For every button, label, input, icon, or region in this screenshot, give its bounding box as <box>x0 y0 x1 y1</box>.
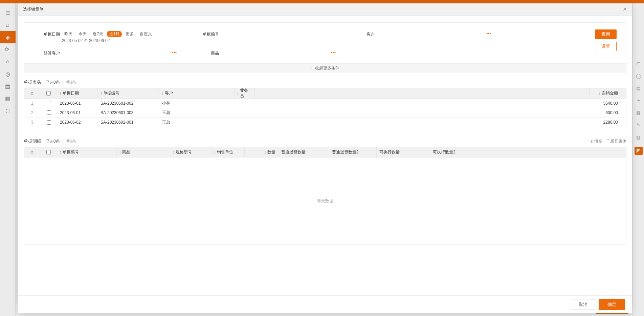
table-row[interactable]: 22023-06-01SA-20230601-003王总600.00 <box>24 108 626 118</box>
details-section-title: 单据明细 已选0条 | 共0条 ◫清空 ˅展开表体 <box>18 135 632 147</box>
date-pill-1[interactable]: 今天 <box>76 31 89 37</box>
dcol-execqty2[interactable]: 可执行数量2 <box>430 149 626 155</box>
row-index: 2 <box>24 110 40 115</box>
customer-lookup-icon[interactable]: ••• <box>486 31 492 36</box>
row-amount: 3640.00 <box>590 101 621 106</box>
filter-panel: 单据日期 昨天今天近7天近1月更多自定义 2023-05-02 至 2023-0… <box>24 22 626 73</box>
modal-footer: 取消 确定 <box>18 295 632 313</box>
row-checkbox[interactable] <box>47 120 51 125</box>
table-row[interactable]: 32023-06-02SA-20230602-001王总2286.00 <box>24 118 626 127</box>
row-num: SA-20230601-003 <box>98 110 159 115</box>
details-table: ⚙ ▴▾单据编号 ▴▾商品 ▴▾规格型号 ▴▾销售单位 ▴▾数量 普通退货数量 … <box>24 147 626 245</box>
expand-body-button[interactable]: ˅展开表体 <box>607 139 626 144</box>
date-label: 单据日期 <box>36 31 60 37</box>
row-amount: 2286.00 <box>590 120 621 125</box>
row-num: SA-20230601-002 <box>98 101 159 106</box>
row-amount: 600.00 <box>590 110 621 115</box>
date-pill-4[interactable]: 更多 <box>123 31 136 37</box>
settle-customer-label: 结算客户 <box>36 50 60 56</box>
chevron-down-icon: ˅ <box>607 139 609 144</box>
headers-table: ⚙ ▴▾单据日期 ▴▾单据编号 ▴▾客户 ▴▾业务员 ▴▾实销金额 12023-… <box>24 88 626 127</box>
date-pill-0[interactable]: 昨天 <box>62 31 75 37</box>
customer-input[interactable] <box>377 31 492 38</box>
select-all-details[interactable] <box>46 150 51 154</box>
dcol-returnqty[interactable]: 普通退货数量 <box>279 147 329 157</box>
headers-table-head: ⚙ ▴▾单据日期 ▴▾单据编号 ▴▾客户 ▴▾业务员 ▴▾实销金额 <box>24 88 626 99</box>
col-customer[interactable]: ▴▾客户 <box>159 88 235 98</box>
date-pill-5[interactable]: 自定义 <box>137 31 154 37</box>
query-button[interactable]: 查询 <box>595 29 617 39</box>
settings-button[interactable]: 设置 <box>595 42 617 51</box>
dcol-spec[interactable]: ▴▾规格型号 <box>170 147 212 157</box>
close-icon[interactable]: ✕ <box>623 6 627 13</box>
modal-header: 选择销货单 ✕ <box>18 3 632 16</box>
gear-icon[interactable]: ⚙ <box>24 88 40 98</box>
details-table-head: ⚙ ▴▾单据编号 ▴▾商品 ▴▾规格型号 ▴▾销售单位 ▴▾数量 普通退货数量 … <box>24 147 626 157</box>
col-salesperson[interactable]: ▴▾业务员 <box>235 88 255 98</box>
headers-section-title: 单据表头 已选0条 | 共3条 <box>18 77 632 88</box>
table-row[interactable]: 12023-06-01SA-20230601-002小林3640.00 <box>24 99 626 108</box>
settle-customer-input[interactable] <box>62 50 177 57</box>
dcol-returnqty2[interactable]: 普通退货数量2 <box>329 147 377 157</box>
col-num[interactable]: ▴▾单据编号 <box>98 88 159 98</box>
row-date: 2023-06-01 <box>57 110 98 115</box>
clear-button[interactable]: ◫清空 <box>590 139 602 144</box>
dcol-execqty[interactable]: 可执行数量 <box>377 147 430 157</box>
row-date: 2023-06-02 <box>57 120 98 125</box>
modal-body: 单据日期 昨天今天近7天近1月更多自定义 2023-05-02 至 2023-0… <box>18 16 632 295</box>
date-pill-2[interactable]: 近7天 <box>90 31 106 37</box>
chevron-up-icon: ˄ <box>311 66 312 70</box>
row-date: 2023-06-01 <box>57 101 98 106</box>
row-customer: 王总 <box>159 110 235 115</box>
docnum-input[interactable] <box>221 31 336 38</box>
customer-label: 客户 <box>351 31 375 37</box>
details-gear-icon[interactable]: ⚙ <box>24 147 40 157</box>
docnum-label: 单据编号 <box>195 31 219 37</box>
col-date[interactable]: ▴▾单据日期 <box>57 88 98 98</box>
cancel-button[interactable]: 取消 <box>571 299 595 310</box>
select-sales-order-modal: 选择销货单 ✕ 单据日期 昨天今天近7天近1月更多自定义 2023-05-02 … <box>18 3 632 313</box>
row-customer: 小林 <box>159 100 235 106</box>
select-all-headers[interactable] <box>46 91 51 96</box>
product-label: 商品 <box>195 50 219 56</box>
details-empty: 暂无数据 <box>24 157 626 245</box>
ok-button[interactable]: 确定 <box>599 299 625 310</box>
product-lookup-icon[interactable]: ••• <box>331 50 336 55</box>
row-index: 3 <box>24 120 40 125</box>
date-range: 2023-05-02 至 2023-06-02 <box>62 38 195 44</box>
collapse-filters[interactable]: ˄ 收起更多条件 <box>24 63 626 73</box>
col-amount[interactable]: ▴▾实销金额 <box>590 90 621 96</box>
horizontal-scrollbar[interactable] <box>24 245 626 250</box>
dcol-product[interactable]: ▴▾商品 <box>117 147 170 157</box>
row-customer: 王总 <box>159 120 235 125</box>
row-num: SA-20230602-001 <box>98 120 159 125</box>
date-pills: 昨天今天近7天近1月更多自定义 <box>62 31 195 37</box>
modal-title: 选择销货单 <box>23 6 43 12</box>
product-input[interactable] <box>221 50 336 57</box>
dcol-qty[interactable]: ▴▾数量 <box>245 147 279 157</box>
row-checkbox[interactable] <box>47 110 51 115</box>
eraser-icon: ◫ <box>590 139 593 144</box>
settle-customer-lookup-icon[interactable]: ••• <box>172 50 177 55</box>
dcol-unit[interactable]: ▴▾销售单位 <box>212 147 245 157</box>
row-index: 1 <box>24 101 40 106</box>
dcol-num[interactable]: ▴▾单据编号 <box>57 147 117 157</box>
date-pill-3[interactable]: 近1月 <box>107 31 122 37</box>
row-checkbox[interactable] <box>47 101 51 105</box>
